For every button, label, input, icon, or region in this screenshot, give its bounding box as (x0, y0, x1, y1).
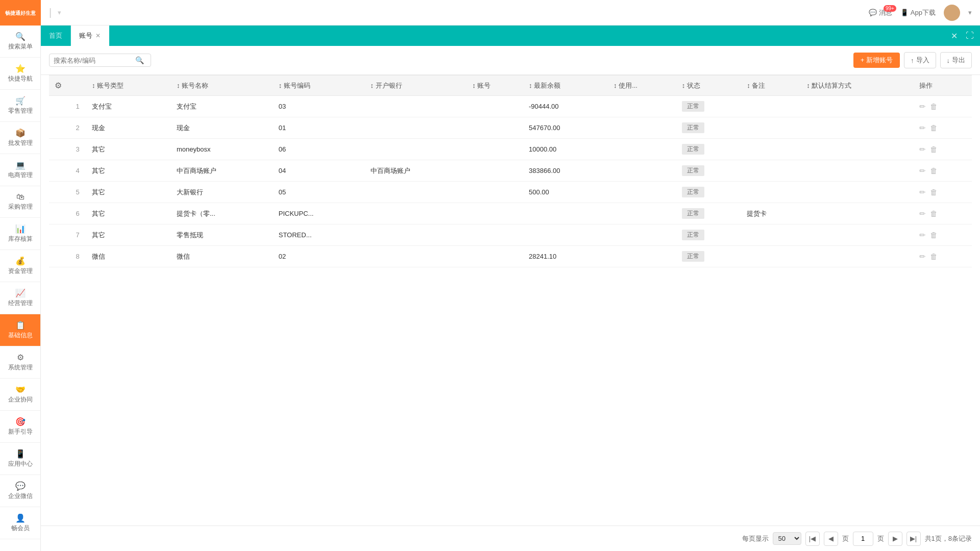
app-download-button[interactable]: 📱 App下载 (900, 8, 936, 17)
tab-controls: ✕ ⛶ (949, 29, 980, 43)
page-input[interactable] (853, 532, 873, 546)
edit-button[interactable]: ✏ (919, 123, 926, 133)
delete-button[interactable]: 🗑 (930, 252, 938, 261)
sidebar-item-member[interactable]: 👤畅会员 (0, 507, 40, 539)
tab-home[interactable]: 首页 (41, 26, 71, 46)
sidebar-item-capital-mgmt[interactable]: 💰资金管理 (0, 250, 40, 282)
message-button[interactable]: 💬 消息 99+ (869, 8, 892, 17)
row-usage (609, 117, 678, 139)
delete-button[interactable]: 🗑 (930, 123, 938, 133)
tab-close-button[interactable]: ✕ (949, 29, 960, 43)
sidebar-label: 资金管理 (2, 267, 38, 276)
sidebar-item-inventory[interactable]: 📊库存核算 (0, 218, 40, 250)
row-account-code: 05 (275, 182, 366, 203)
delete-button[interactable]: 🗑 (930, 166, 938, 176)
search-icon: 🔍 (135, 56, 144, 64)
edit-button[interactable]: ✏ (919, 231, 926, 240)
th-account-code[interactable]: ↕ 账号编码 (275, 76, 366, 96)
row-status: 正常 (678, 96, 743, 117)
row-account-no (468, 182, 525, 203)
sidebar-item-quick-nav[interactable]: ⭐快捷导航 (0, 58, 40, 90)
delete-button[interactable]: 🗑 (930, 102, 938, 111)
row-account-code: STORED... (275, 224, 366, 246)
basic-info-icon: 📋 (2, 320, 38, 330)
th-latest-balance[interactable]: ↕ 最新余额 (525, 76, 609, 96)
edit-button[interactable]: ✏ (919, 102, 926, 111)
last-page-button[interactable]: ▶| (906, 532, 921, 546)
toolbar: 🔍 + 新增账号 ↑ 导入 ↓ 导出 (41, 46, 980, 75)
import-button[interactable]: ↑ 导入 (904, 52, 936, 68)
accounts-table: ⚙ ↕ 账号类型 ↕ 账号名称 ↕ 账号编码 ↕ 开户银行 ↕ 账号 ↕ 最新余… (49, 75, 972, 267)
import-label: 导入 (916, 56, 929, 65)
th-status[interactable]: ↕ 状态 (678, 76, 743, 96)
tab-accounts[interactable]: 账号 ✕ (71, 26, 109, 46)
row-account-type: 其它 (88, 182, 173, 203)
first-page-button[interactable]: |◀ (805, 532, 820, 546)
row-remark (743, 117, 802, 139)
sidebar-item-corp-agreement[interactable]: 🤝企业协同 (0, 379, 40, 411)
purchase-mgmt-icon: 🛍 (2, 192, 38, 202)
th-config[interactable]: ⚙ (49, 76, 67, 96)
export-button[interactable]: ↓ 导出 (940, 52, 972, 68)
row-open-bank (366, 117, 469, 139)
th-remark[interactable]: ↕ 备注 (743, 76, 802, 96)
sidebar-label: 零售管理 (2, 107, 38, 115)
sidebar-label: 采购管理 (2, 203, 38, 211)
row-latest-balance: -90444.00 (525, 96, 609, 117)
prev-page-button[interactable]: ◀ (824, 532, 838, 546)
edit-button[interactable]: ✏ (919, 252, 926, 261)
sidebar-item-search-menu[interactable]: 🔍搜索菜单 (0, 26, 40, 58)
edit-button[interactable]: ✏ (919, 209, 926, 218)
search-input[interactable] (54, 57, 135, 64)
search-box[interactable]: 🔍 (49, 54, 151, 67)
th-num (67, 76, 88, 96)
th-usage[interactable]: ↕ 使用... (609, 76, 678, 96)
delete-button[interactable]: 🗑 (930, 231, 938, 240)
sidebar-item-retail-mgmt[interactable]: 🛒零售管理 (0, 90, 40, 122)
sidebar-item-ecommerce-mgmt[interactable]: 💻电商管理 (0, 154, 40, 186)
row-config (49, 224, 67, 246)
sidebar-item-new-guide[interactable]: 🎯新手引导 (0, 411, 40, 443)
wholesale-mgmt-icon: 📦 (2, 128, 38, 138)
row-usage (609, 160, 678, 182)
user-menu[interactable]: ▾ (968, 9, 972, 16)
next-page-button[interactable]: ▶ (888, 532, 902, 546)
tab-close-icon[interactable]: ✕ (95, 32, 101, 39)
tab-home-label: 首页 (49, 31, 62, 40)
tab-expand-button[interactable]: ⛶ (964, 29, 976, 42)
edit-button[interactable]: ✏ (919, 145, 926, 154)
th-account-type[interactable]: ↕ 账号类型 (88, 76, 173, 96)
add-account-button[interactable]: + 新增账号 (853, 53, 900, 68)
table-row: 1 支付宝 支付宝 03 -90444.00 正常 ✏ 🗑 (49, 96, 972, 117)
row-account-code: PICKUPC... (275, 203, 366, 224)
per-page-label: 每页显示 (742, 534, 769, 543)
sidebar-item-corp-wechat[interactable]: 💬企业微信 (0, 475, 40, 507)
delete-button[interactable]: 🗑 (930, 209, 938, 218)
edit-button[interactable]: ✏ (919, 166, 926, 176)
th-default-settlement[interactable]: ↕ 默认结算方式 (802, 76, 915, 96)
app-logo: 畅捷通好生意 (0, 0, 41, 26)
table-body: 1 支付宝 支付宝 03 -90444.00 正常 ✏ 🗑 2 现金 现金 01… (49, 96, 972, 267)
message-badge: 99+ (884, 5, 896, 12)
row-account-name: 微信 (173, 246, 275, 267)
row-config (49, 139, 67, 160)
row-account-code: 04 (275, 160, 366, 182)
sidebar-label: 应用中心 (2, 460, 38, 468)
sidebar-item-system-mgmt[interactable]: ⚙系统管理 (0, 346, 40, 379)
sidebar-item-app-center[interactable]: 📱应用中心 (0, 443, 40, 475)
sidebar-item-basic-info[interactable]: 📋基础信息 (0, 314, 40, 346)
user-avatar[interactable] (944, 5, 960, 21)
sidebar-item-wholesale-mgmt[interactable]: 📦批发管理 (0, 122, 40, 154)
sidebar-item-business-mgmt[interactable]: 📈经营管理 (0, 282, 40, 314)
th-account-name[interactable]: ↕ 账号名称 (173, 76, 275, 96)
sidebar-item-purchase-mgmt[interactable]: 🛍采购管理 (0, 186, 40, 218)
app-center-icon: 📱 (2, 449, 38, 459)
delete-button[interactable]: 🗑 (930, 145, 938, 154)
row-status: 正常 (678, 139, 743, 160)
per-page-select[interactable]: 102050100 (773, 532, 801, 545)
th-action: 操作 (915, 76, 972, 96)
edit-button[interactable]: ✏ (919, 188, 926, 197)
delete-button[interactable]: 🗑 (930, 188, 938, 197)
th-open-bank[interactable]: ↕ 开户银行 (366, 76, 469, 96)
th-account-no[interactable]: ↕ 账号 (468, 76, 525, 96)
